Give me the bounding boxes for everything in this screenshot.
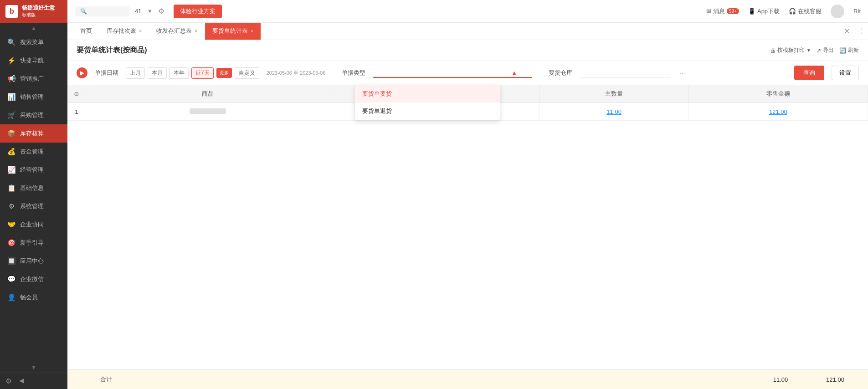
- sidebar-scroll-up[interactable]: ▲: [0, 23, 67, 33]
- type-dropdown-arrow[interactable]: ▲: [511, 69, 517, 76]
- this-year-btn[interactable]: 本年: [169, 67, 189, 79]
- sidebar-item-marketing[interactable]: 📢营销推广: [0, 70, 67, 88]
- nav-label-sales: 销售管理: [20, 93, 44, 101]
- this-month-btn[interactable]: 本月: [148, 67, 167, 79]
- sidebar-item-newbie[interactable]: 🎯新手引导: [0, 234, 67, 252]
- sidebar-nav: 🔍搜索菜单⚡快捷导航📢营销推广📊销售管理🛒采购管理📦库存核算💰资金管理📈经营管理…: [0, 33, 67, 362]
- page-title: 要货单统计表(按商品): [77, 46, 147, 55]
- filter-bar: ▶ 单据日期 上月 本月 本年 近7天 更多 自定义 2023-05-06 至 …: [67, 61, 868, 85]
- newbie-icon: 🎯: [7, 239, 15, 247]
- custom-btn[interactable]: 自定义: [235, 67, 259, 79]
- app-download-item[interactable]: 📱 App下载: [748, 7, 780, 15]
- settings-button[interactable]: 设置: [832, 66, 859, 80]
- app-download-label: App下载: [757, 7, 780, 15]
- online-service-item[interactable]: 🎧 在线客服: [789, 7, 822, 15]
- nav-label-app-center: 应用中心: [20, 257, 44, 265]
- page-actions: 🖨 按模板打印 ▼ ↗ 导出 🔄 刷新: [770, 46, 859, 54]
- close-all-icon[interactable]: ✕: [844, 27, 850, 36]
- settings-icon[interactable]: ⚙: [5, 377, 12, 385]
- cell-product: [86, 103, 330, 121]
- sidebar-item-system[interactable]: ⚙系统管理: [0, 197, 67, 215]
- sidebar-item-quick-nav[interactable]: ⚡快捷导航: [0, 51, 67, 70]
- nav-label-inventory: 库存核算: [20, 129, 44, 138]
- sidebar-item-sales[interactable]: 📊销售管理: [0, 88, 67, 106]
- more-btn[interactable]: 更多: [216, 68, 232, 78]
- warehouse-more-icon[interactable]: ···: [680, 70, 685, 77]
- nav-label-member: 畅会员: [20, 293, 38, 302]
- sidebar-item-search[interactable]: 🔍搜索菜单: [0, 33, 67, 51]
- nav-label-quick-nav: 快捷导航: [20, 56, 44, 65]
- enterprise-icon: 🤝: [7, 220, 15, 229]
- sidebar-version: 标准版: [22, 12, 55, 18]
- expand-icon[interactable]: ⛶: [855, 27, 863, 36]
- cell-index: 1: [67, 103, 86, 121]
- sidebar-item-inventory[interactable]: 📦库存核算: [0, 124, 67, 143]
- tab-home[interactable]: 首页: [73, 23, 99, 40]
- th-qty: 主数量: [539, 85, 688, 103]
- refresh-button[interactable]: 🔄 刷新: [839, 46, 859, 54]
- tab-close-inventory-batch[interactable]: ×: [139, 28, 142, 34]
- type-input[interactable]: [373, 68, 509, 77]
- headset-icon: 🎧: [789, 8, 796, 15]
- nav-label-corp-wechat: 企业微信: [20, 275, 44, 283]
- sidebar-item-member[interactable]: 👤畅会员: [0, 288, 67, 307]
- inventory-icon: 📦: [7, 129, 15, 138]
- trial-button[interactable]: 体验行业方案: [174, 5, 222, 18]
- date-label: 单据日期: [95, 69, 118, 77]
- nav-label-finance: 资金管理: [20, 148, 44, 156]
- sidebar-item-purchase[interactable]: 🛒采购管理: [0, 106, 67, 124]
- message-item[interactable]: ✉ 消息 99+: [706, 7, 739, 15]
- query-button[interactable]: 查询: [794, 66, 824, 80]
- type-dropdown: 要货单要货要货单退货: [354, 85, 500, 120]
- dropdown-option-order-return[interactable]: 要货单退货: [355, 102, 500, 120]
- nav-label-operation: 经营管理: [20, 166, 44, 174]
- sidebar-item-base[interactable]: 📋基础信息: [0, 179, 67, 197]
- search-icon: 🔍: [7, 38, 15, 46]
- sidebar-logo: b: [5, 5, 18, 18]
- nav-label-purchase: 采购管理: [20, 111, 44, 119]
- export-button[interactable]: ↗ 导出: [817, 46, 834, 54]
- sidebar: b 畅捷通好生意 标准版 ▲ 🔍搜索菜单⚡快捷导航📢营销推广📊销售管理🛒采购管理…: [0, 0, 67, 389]
- sidebar-item-finance[interactable]: 💰资金管理: [0, 143, 67, 161]
- user-avatar[interactable]: [831, 5, 844, 18]
- operation-icon: 📈: [7, 166, 15, 174]
- sidebar-scroll-down[interactable]: ▼: [0, 362, 67, 373]
- tab-order-stats[interactable]: 要货单统计表 ×: [205, 23, 261, 40]
- tab-label-home: 首页: [80, 27, 92, 35]
- base-icon: 📋: [7, 184, 15, 192]
- tab-receive-summary[interactable]: 收发存汇总表 ×: [149, 23, 205, 40]
- export-icon: ↗: [817, 47, 821, 54]
- sidebar-item-enterprise[interactable]: 🤝企业协同: [0, 215, 67, 234]
- tab-close-receive-summary[interactable]: ×: [195, 28, 197, 34]
- template-print-button[interactable]: 🖨 按模板打印 ▼: [770, 46, 811, 54]
- sidebar-item-app-center[interactable]: 🔲应用中心: [0, 252, 67, 270]
- online-service-label: 在线客服: [798, 7, 822, 15]
- page-header: 要货单统计表(按商品) 🖨 按模板打印 ▼ ↗ 导出 🔄 刷新: [67, 40, 868, 61]
- quick-nav-icon: ⚡: [7, 56, 15, 65]
- tab-label-receive-summary: 收发存汇总表: [156, 27, 192, 35]
- warehouse-input[interactable]: [580, 68, 671, 77]
- footer-amount: 121.00: [808, 376, 863, 383]
- cell-amount[interactable]: 121.00: [688, 103, 868, 121]
- th-gear[interactable]: ⚙: [67, 85, 86, 103]
- footer-label: 合计: [91, 375, 121, 384]
- dropdown-option-order-goods[interactable]: 要货单要货: [355, 85, 500, 102]
- collapse-icon[interactable]: ◀: [19, 377, 24, 385]
- last7-btn[interactable]: 近7天: [191, 67, 214, 79]
- sidebar-item-operation[interactable]: 📈经营管理: [0, 161, 67, 179]
- tab-close-order-stats[interactable]: ×: [251, 28, 253, 34]
- nav-label-base: 基础信息: [20, 184, 44, 192]
- topbar-settings-icon[interactable]: ⚙: [158, 7, 164, 15]
- th-amount: 零售金额: [688, 85, 868, 103]
- tab-inventory-batch[interactable]: 库存批次账 ×: [99, 23, 149, 40]
- tab-label-order-stats: 要货单统计表: [212, 27, 248, 35]
- topbar-tab-count: 41: [135, 8, 141, 15]
- filter-expand-button[interactable]: ▶: [77, 67, 87, 78]
- sidebar-item-corp-wechat[interactable]: 💬企业微信: [0, 270, 67, 288]
- prev-month-btn[interactable]: 上月: [126, 67, 145, 79]
- cell-qty[interactable]: 11.00: [539, 103, 688, 121]
- finance-icon: 💰: [7, 148, 15, 156]
- topbar-dropdown-icon[interactable]: ▼: [147, 8, 153, 15]
- data-table-container: ⚙ 商品 主计量单位 主数量 零售金额 1 块 11.00 121.00: [67, 85, 868, 369]
- sidebar-footer: ⚙ ◀: [0, 373, 67, 389]
